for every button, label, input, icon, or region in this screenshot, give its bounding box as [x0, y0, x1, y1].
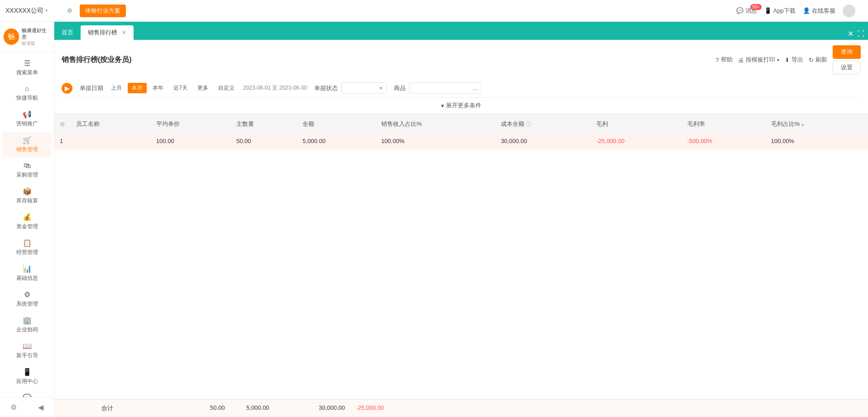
page-actions: ? 帮助 🖨 按模板打印 ▾ ⬇ 导出 ↻ [716, 45, 861, 74]
company-settings-btn[interactable]: ⚙ [63, 5, 76, 17]
goods-more-icon[interactable]: ... [473, 85, 478, 91]
sidebar-item-inventory[interactable]: 📦 库存核算 [3, 183, 51, 208]
page-header: 销售排行榜(按业务员) ? 帮助 🖨 按模板打印 ▾ ⬇ [54, 40, 868, 114]
tab-fullscreen-icon[interactable]: ⛶ [857, 30, 864, 38]
date-filter-tabs: 上月 本月 本年 近7天 更多 自定义 [107, 83, 239, 93]
export-button[interactable]: ⬇ 导出 [785, 56, 803, 64]
print-icon: 🖨 [738, 57, 744, 63]
footer-gross-pct [426, 404, 462, 412]
tab-home[interactable]: 首页 [54, 25, 81, 40]
messages-button[interactable]: 💬 消息 99+ [736, 7, 757, 15]
expand-more-row[interactable]: ▾ 展开更多条件 [62, 97, 861, 113]
status-filter-select[interactable]: ▾ [341, 82, 387, 94]
company-selector[interactable]: XXXXXX公司 ▾ [5, 7, 60, 15]
tab-bar-actions: ✕ ⛶ [848, 29, 868, 40]
settings-button[interactable]: 设置 [833, 61, 861, 74]
user-avatar[interactable] [843, 5, 855, 17]
sidebar-item-finance[interactable]: 💰 资金管理 [3, 209, 51, 234]
top-right-area: 💬 消息 99+ 📱 App下载 👤 在线客服 [736, 5, 863, 17]
sales-icon: 🛒 [23, 136, 32, 144]
message-icon: 💬 [736, 7, 743, 14]
date-tab-custom[interactable]: 自定义 [214, 83, 239, 93]
sidebar-settings-btn[interactable]: ⚙ [7, 401, 20, 413]
trial-industry-button[interactable]: 体验行业方案 [80, 5, 126, 17]
refresh-button[interactable]: ↻ 刷新 [809, 56, 827, 64]
help-label: 帮助 [721, 56, 733, 64]
marketing-icon: 📢 [23, 110, 32, 119]
sidebar-collapse-btn[interactable]: ◀ [34, 401, 47, 413]
tab-sales-rank[interactable]: 销售排行榜 ✕ [81, 25, 134, 40]
guide-icon: 📖 [23, 342, 32, 350]
col-gross-pct: 毛利占比% ▴ [766, 115, 868, 133]
sidebar-footer: ⚙ ◀ [0, 397, 54, 417]
finance-icon: 💰 [23, 213, 32, 221]
system-icon: ⚙ [24, 290, 30, 299]
page-title: 销售排行榜(按业务员) [62, 55, 132, 65]
page-content: 销售排行榜(按业务员) ? 帮助 🖨 按模板打印 ▾ ⬇ [54, 40, 868, 417]
export-label: 导出 [791, 56, 803, 64]
goods-filter-label: 商品 [394, 84, 406, 92]
sidebar-item-label: 销售管理 [16, 146, 38, 153]
table-body: 1 100.00 50.00 5,000.00 100.00% 30,000.0… [54, 133, 868, 149]
tab-close-icon[interactable]: ✕ [122, 29, 126, 36]
top-header: XXXXXX公司 ▾ ⚙ 体验行业方案 💬 消息 99+ 📱 App下载 👤 在… [0, 0, 868, 22]
sidebar-item-operation[interactable]: 📋 经营管理 [3, 235, 51, 260]
company-name: XXXXXX公司 [5, 7, 43, 15]
expand-more-label: 展开更多条件 [446, 101, 481, 110]
table-column-settings-icon[interactable]: ⚙ [60, 121, 65, 128]
filter-row: ▶ 单据日期 上月 本月 本年 近7天 更多 自定义 2023-06-01 至 … [62, 79, 861, 97]
date-tab-more[interactable]: 更多 [193, 83, 212, 93]
sidebar-item-label: 系统管理 [16, 300, 38, 308]
footer-cost: 30,000.00 [313, 404, 350, 412]
date-tab-this-month[interactable]: 本月 [128, 83, 147, 93]
app-download-button[interactable]: 📱 App下载 [764, 7, 796, 15]
cell-gross: -25,000.00 [591, 133, 682, 149]
template-print-button[interactable]: 🖨 按模板打印 ▾ [738, 56, 779, 64]
online-service-button[interactable]: 👤 在线客服 [803, 7, 835, 15]
date-tab-7days[interactable]: 近7天 [169, 83, 192, 93]
content-area: 首页 销售排行榜 ✕ ✕ ⛶ 销售排行榜(按业务员) ? 帮助 [54, 22, 868, 417]
tab-close-window-icon[interactable]: ✕ [848, 29, 854, 38]
col-gross-rate: 毛利率 [682, 115, 766, 133]
sidebar-item-quick-nav[interactable]: ⌂ 快捷导航 [3, 81, 51, 105]
sidebar-item-sales[interactable]: 🛒 销售管理 [3, 132, 51, 157]
footer-spacer [60, 404, 96, 412]
filter-expand-btn[interactable]: ▶ [62, 83, 72, 94]
sidebar-item-collab[interactable]: 🏢 企业协同 [3, 312, 51, 337]
query-button[interactable]: 查询 [833, 45, 861, 59]
date-tab-last-month[interactable]: 上月 [107, 83, 126, 93]
goods-filter-select[interactable]: ... [409, 82, 482, 94]
main-layout: 畅 畅康通好生意 标准版 ☰ 搜索菜单 ⌂ 快捷导航 📢 营销推广 🛒 销 [0, 22, 868, 417]
message-badge: 99+ [750, 4, 762, 10]
sidebar-item-system[interactable]: ⚙ 系统管理 [3, 287, 51, 312]
sidebar-item-marketing[interactable]: 📢 营销推广 [3, 106, 51, 131]
basic-info-icon: 📊 [23, 264, 32, 273]
sidebar-item-basic-info[interactable]: 📊 基础信息 [3, 261, 51, 286]
cell-avg-price: 100.00 [151, 133, 231, 149]
footer-avg-price [168, 404, 205, 412]
cell-name [71, 133, 151, 149]
sidebar-item-purchase[interactable]: 🛍 采购管理 [3, 158, 51, 182]
sidebar-item-guide[interactable]: 📖 新手引导 [3, 338, 51, 363]
data-table: ⚙ 员工名称 平均单价 主数量 全额 销售收入占比% 成本全额 ⓘ 毛利 [54, 115, 868, 149]
sidebar-item-search-menu[interactable]: ☰ 搜索菜单 [3, 55, 51, 80]
collab-icon: 🏢 [23, 316, 32, 325]
logo-line1: 畅康通好生意 [22, 27, 50, 40]
refresh-icon: ↻ [809, 57, 814, 63]
sidebar-item-app-center[interactable]: 📱 应用中心 [3, 364, 51, 389]
help-button[interactable]: ? 帮助 [716, 56, 733, 64]
wechat-icon: 💬 [23, 393, 32, 397]
col-gross: 毛利 [591, 115, 682, 133]
sidebar-item-label: 资金管理 [16, 223, 38, 230]
expand-more-chevron-icon: ▾ [441, 102, 444, 109]
date-tab-this-year[interactable]: 本年 [149, 83, 168, 93]
sidebar-item-label: 应用中心 [16, 378, 38, 385]
filter-goods-group: 商品 ... [394, 82, 482, 94]
status-chevron-icon: ▾ [379, 85, 383, 91]
tab-bar: 首页 销售排行榜 ✕ ✕ ⛶ [54, 22, 868, 40]
filter-status-group: 单据状态 ▾ [314, 82, 387, 94]
sidebar-item-label: 经营管理 [16, 249, 38, 256]
cell-gross-rate: -500.00% [682, 133, 766, 149]
col-avg-price: 平均单价 [151, 115, 231, 133]
sidebar-item-wechat[interactable]: 💬 企业微信 [3, 390, 51, 397]
